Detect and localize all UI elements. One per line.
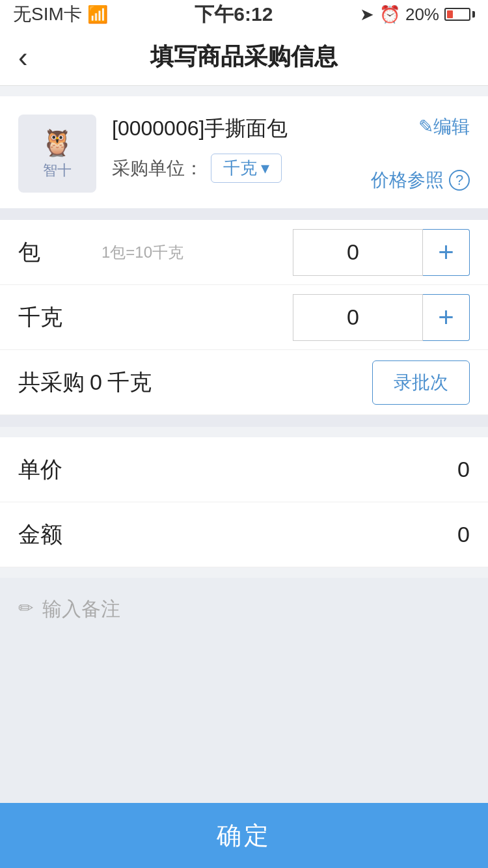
bag-plus-button[interactable]: + xyxy=(423,229,470,276)
kg-quantity-input[interactable] xyxy=(293,294,423,341)
total-row: 共采购 0 千克 录批次 xyxy=(0,350,488,415)
price-row: 单价 0 xyxy=(0,437,488,502)
unit-value: 千克 xyxy=(223,157,257,180)
unit-dropdown-icon: ▾ xyxy=(261,158,269,178)
product-card: 🦉 智十 [0000006]手撕面包 采购单位： 千克 ▾ ✎编辑 价格参照 ? xyxy=(0,96,488,208)
battery-label: 20% xyxy=(405,5,439,25)
status-bar: 无SIM卡 📶 下午6:12 ➤ ⏰ 20% xyxy=(0,0,488,29)
input-section: 包 1包=10千克 + 千克 + xyxy=(0,220,488,350)
detail-section: 单价 0 金额 0 xyxy=(0,437,488,567)
price-value: 0 xyxy=(457,457,470,482)
price-help-icon[interactable]: ? xyxy=(449,170,470,191)
total-prefix: 共采购 xyxy=(18,368,85,398)
battery-icon xyxy=(444,8,475,21)
amount-label: 金额 xyxy=(18,520,62,550)
page-title: 填写商品采购信息 xyxy=(150,41,338,73)
pencil-icon: ✏ xyxy=(18,597,33,619)
section-divider-2 xyxy=(0,415,488,427)
amount-value: 0 xyxy=(457,522,470,547)
wifi-icon: 📶 xyxy=(87,5,108,25)
kg-plus-button[interactable]: + xyxy=(423,294,470,341)
price-ref-button[interactable]: 价格参照 ? xyxy=(371,168,470,193)
amount-row: 金额 0 xyxy=(0,502,488,567)
status-left: 无SIM卡 📶 xyxy=(13,2,108,27)
remarks-placeholder: 输入备注 xyxy=(42,596,120,623)
unit-prefix-label: 采购单位： xyxy=(112,156,203,181)
time-label: 下午6:12 xyxy=(195,1,273,28)
price-ref-label: 价格参照 xyxy=(371,168,444,193)
product-name: [0000006]手撕面包 xyxy=(112,115,470,143)
carrier-label: 无SIM卡 xyxy=(13,2,82,27)
bag-input-row: 包 1包=10千克 + xyxy=(0,220,488,285)
product-logo-label: 智十 xyxy=(43,161,72,180)
back-button[interactable]: ‹ xyxy=(18,43,28,72)
confirm-button[interactable]: 确定 xyxy=(0,803,488,868)
record-batch-button[interactable]: 录批次 xyxy=(372,360,470,405)
price-label: 单价 xyxy=(18,455,62,485)
kg-label: 千克 xyxy=(18,303,96,332)
location-icon: ➤ xyxy=(360,5,374,25)
alarm-icon: ⏰ xyxy=(379,5,400,25)
bag-label: 包 xyxy=(18,237,96,267)
unit-selector[interactable]: 千克 ▾ xyxy=(211,154,282,183)
kg-input-row: 千克 + xyxy=(0,285,488,350)
bag-quantity-input[interactable] xyxy=(293,229,423,276)
bag-input-box: + xyxy=(293,229,470,276)
remarks-section[interactable]: ✏ 输入备注 xyxy=(0,578,488,656)
kg-input-box: + xyxy=(293,294,470,341)
total-value: 0 xyxy=(90,370,102,395)
total-unit: 千克 xyxy=(107,368,152,398)
status-right: ➤ ⏰ 20% xyxy=(360,5,475,25)
bag-sublabel: 1包=10千克 xyxy=(102,242,183,263)
product-thumbnail: 🦉 智十 xyxy=(18,115,96,193)
section-divider-1 xyxy=(0,208,488,220)
product-logo-icon: 🦉 xyxy=(41,128,74,158)
nav-bar: ‹ 填写商品采购信息 xyxy=(0,29,488,86)
edit-button[interactable]: ✎编辑 xyxy=(418,115,470,139)
